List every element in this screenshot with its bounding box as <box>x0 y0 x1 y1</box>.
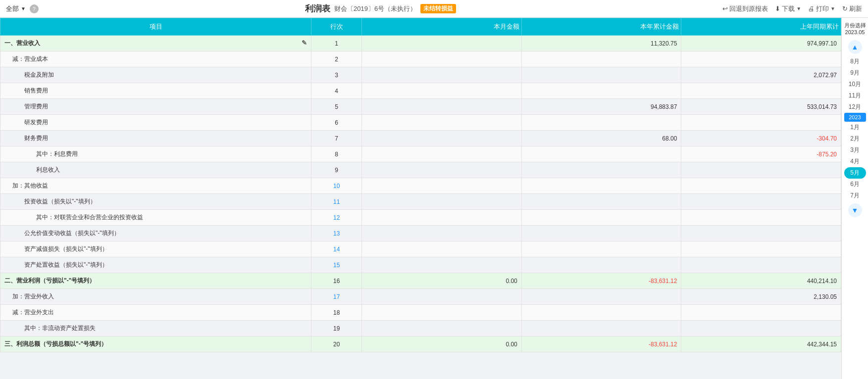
table-cell-year: -83,631.12 <box>521 336 681 352</box>
table-cell-item: 管理费用 <box>0 99 311 115</box>
table-cell-year <box>521 241 681 257</box>
table-cell-rownum: 1 <box>311 36 362 51</box>
col-header-prev: 上年同期累计 <box>681 18 841 36</box>
table-cell-prev <box>681 226 841 241</box>
top-bar-left: 全部 ▼ ? <box>6 4 39 13</box>
table-cell-item: 资产处置收益（损失以"-"填列） <box>0 257 311 273</box>
table-cell-rownum: 12 <box>311 210 362 226</box>
table-cell-year: 68.00 <box>521 131 681 146</box>
table-cell-rownum: 14 <box>311 241 362 257</box>
table-cell-year <box>521 226 681 241</box>
table-cell-rownum: 10 <box>311 178 362 194</box>
table-cell-month <box>362 289 522 305</box>
table-cell-rownum: 16 <box>311 273 362 289</box>
print-button[interactable]: 🖨 打印 ▼ <box>808 4 835 13</box>
table-cell-prev <box>681 51 841 67</box>
table-cell-year <box>521 146 681 162</box>
table-cell-prev: 974,997.10 <box>681 36 841 51</box>
refresh-button[interactable]: ↻ 刷新 <box>842 4 862 13</box>
table-cell-prev <box>681 321 841 336</box>
table-cell-year <box>521 321 681 336</box>
month-item[interactable]: 1月 <box>844 122 866 133</box>
col-header-month: 本月金额 <box>362 18 522 36</box>
chevron-down-icon: ▼ <box>21 6 26 11</box>
table-cell-prev <box>681 210 841 226</box>
table-cell-prev <box>681 305 841 321</box>
month-item[interactable]: 11月 <box>844 90 866 101</box>
table-cell-year <box>521 51 681 67</box>
table-cell-item: 资产减值损失（损失以"-"填列） <box>0 241 311 257</box>
table-cell-item: 一、营业收入✎ <box>0 36 311 51</box>
col-header-item: 项目 <box>0 18 311 36</box>
table-cell-rownum: 2 <box>311 51 362 67</box>
table-cell-rownum: 6 <box>311 115 362 131</box>
month-item[interactable]: 9月 <box>844 67 866 79</box>
table-cell-item: 加：营业外收入 <box>0 289 311 305</box>
month-item[interactable]: 2023 <box>844 113 866 122</box>
main-layout: 项目 行次 本月金额 本年累计金额 上年同期累计 一、营业收入✎111,320.… <box>0 18 868 379</box>
month-item[interactable]: 4月 <box>844 156 866 167</box>
table-cell-year <box>521 67 681 83</box>
table-cell-rownum: 20 <box>311 336 362 352</box>
month-item[interactable]: 2月 <box>844 133 866 144</box>
edit-icon[interactable]: ✎ <box>302 39 307 47</box>
help-icon[interactable]: ? <box>30 4 39 13</box>
month-item[interactable]: 10月 <box>844 79 866 90</box>
month-item[interactable]: 7月 <box>844 190 866 201</box>
table-cell-item: 销售费用 <box>0 83 311 99</box>
table-cell-year <box>521 257 681 273</box>
table-cell-prev: 2,072.97 <box>681 67 841 83</box>
table-cell-year <box>521 178 681 194</box>
table-cell-prev <box>681 83 841 99</box>
table-cell-rownum: 5 <box>311 99 362 115</box>
table-cell-item: 三、利润总额（亏损总额以"-"号填列） <box>0 336 311 352</box>
month-item[interactable]: 12月 <box>844 101 866 113</box>
table-cell-prev: 442,344.15 <box>681 336 841 352</box>
month-item[interactable]: 6月 <box>844 179 866 190</box>
download-button[interactable]: ⬇ 下载 ▼ <box>775 4 801 13</box>
table-cell-prev: -304.70 <box>681 131 841 146</box>
table-cell-rownum: 4 <box>311 83 362 99</box>
table-cell-year <box>521 115 681 131</box>
table-cell-prev <box>681 115 841 131</box>
table-cell-item: 其中：非流动资产处置损失 <box>0 321 311 336</box>
table-cell-month <box>362 162 522 178</box>
next-period-button[interactable]: ▼ <box>848 203 862 217</box>
table-cell-rownum: 9 <box>311 162 362 178</box>
table-cell-prev: 533,014.73 <box>681 99 841 115</box>
top-bar: 全部 ▼ ? 利润表 财会〔2019〕6号（未执行） 未结转损益 ↩ 回退到原报… <box>0 0 868 18</box>
top-bar-center: 利润表 财会〔2019〕6号（未执行） 未结转损益 <box>305 3 456 14</box>
table-cell-month <box>362 257 522 273</box>
table-cell-rownum: 15 <box>311 257 362 273</box>
month-item[interactable]: 5月 <box>844 167 866 179</box>
table-area: 项目 行次 本月金额 本年累计金额 上年同期累计 一、营业收入✎111,320.… <box>0 18 841 379</box>
table-cell-year <box>521 194 681 210</box>
table-cell-prev: 440,214.10 <box>681 273 841 289</box>
month-item[interactable]: 8月 <box>844 56 866 67</box>
table-cell-rownum: 8 <box>311 146 362 162</box>
chevron-down-icon: ▼ <box>830 6 835 11</box>
prev-period-button[interactable]: ▲ <box>848 40 862 54</box>
table-cell-item: 加：其他收益 <box>0 178 311 194</box>
table-cell-month <box>362 226 522 241</box>
col-header-year: 本年累计金额 <box>521 18 681 36</box>
table-cell-item: 二、营业利润（亏损以"-"号填列） <box>0 273 311 289</box>
table-cell-month <box>362 321 522 336</box>
table-cell-month <box>362 115 522 131</box>
table-cell-prev <box>681 162 841 178</box>
return-button[interactable]: ↩ 回退到原报表 <box>722 4 768 13</box>
scope-dropdown[interactable]: 全部 ▼ <box>6 4 26 13</box>
table-cell-month <box>362 99 522 115</box>
table-cell-month <box>362 178 522 194</box>
panel-title: 月份选择 2023.05 <box>844 22 866 36</box>
col-header-rownum: 行次 <box>311 18 362 36</box>
table-cell-month <box>362 194 522 210</box>
table-cell-item: 其中：对联营企业和合营企业的投资收益 <box>0 210 311 226</box>
right-panel: 月份选择 2023.05 ▲ 8月9月10月11月12月20231月2月3月4月… <box>841 18 868 379</box>
scope-label: 全部 <box>6 4 19 13</box>
table-cell-item: 税金及附加 <box>0 67 311 83</box>
month-item[interactable]: 3月 <box>844 144 866 156</box>
table-cell-prev <box>681 257 841 273</box>
table-cell-year <box>521 305 681 321</box>
table-cell-prev: -875.20 <box>681 146 841 162</box>
